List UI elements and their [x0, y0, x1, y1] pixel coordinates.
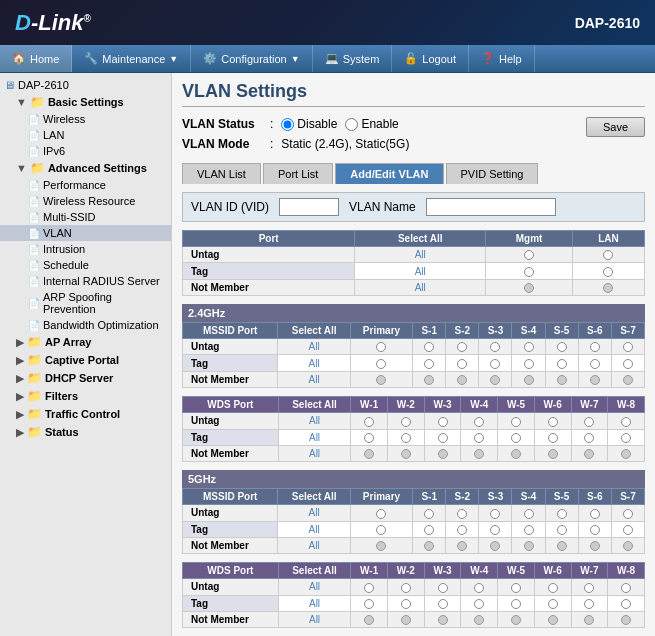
radio-circle[interactable]: [584, 583, 594, 593]
radio-circle[interactable]: [621, 583, 631, 593]
all-link[interactable]: All: [415, 249, 426, 260]
sidebar-filters[interactable]: ▶ 📁 Filters: [0, 387, 171, 405]
all-link[interactable]: All: [309, 432, 320, 443]
radio-circle[interactable]: [623, 359, 633, 369]
radio-circle[interactable]: [438, 433, 448, 443]
radio-circle[interactable]: [590, 509, 600, 519]
all-link[interactable]: All: [309, 374, 320, 385]
radio-circle[interactable]: [524, 509, 534, 519]
sidebar-performance[interactable]: 📄 Performance: [0, 177, 171, 193]
radio-circle[interactable]: [490, 342, 500, 352]
radio-circle[interactable]: [590, 359, 600, 369]
all-link[interactable]: All: [309, 581, 320, 592]
radio-circle[interactable]: [621, 417, 631, 427]
nav-maintenance[interactable]: 🔧 Maintenance ▼: [72, 45, 191, 72]
all-link[interactable]: All: [309, 598, 320, 609]
radio-circle[interactable]: [457, 342, 467, 352]
radio-circle[interactable]: [623, 509, 633, 519]
nav-configuration[interactable]: ⚙️ Configuration ▼: [191, 45, 312, 72]
sidebar-wireless[interactable]: 📄 Wireless: [0, 111, 171, 127]
radio-circle[interactable]: [376, 525, 386, 535]
radio-circle[interactable]: [364, 583, 374, 593]
all-link[interactable]: All: [309, 614, 320, 625]
radio-circle[interactable]: [401, 433, 411, 443]
radio-circle[interactable]: [590, 342, 600, 352]
radio-circle[interactable]: [376, 509, 386, 519]
radio-circle[interactable]: [457, 359, 467, 369]
sidebar-status[interactable]: ▶ 📁 Status: [0, 423, 171, 441]
all-link[interactable]: All: [309, 507, 320, 518]
radio-circle[interactable]: [401, 583, 411, 593]
radio-circle[interactable]: [457, 525, 467, 535]
radio-circle[interactable]: [401, 417, 411, 427]
sidebar-vlan[interactable]: 📄 VLAN: [0, 225, 171, 241]
radio-circle[interactable]: [424, 525, 434, 535]
save-button-top[interactable]: Save: [586, 117, 645, 137]
sidebar-bandwidth[interactable]: 📄 Bandwidth Optimization: [0, 317, 171, 333]
radio-circle[interactable]: [511, 433, 521, 443]
enable-radio-label[interactable]: Enable: [345, 117, 398, 131]
sidebar-basic-settings[interactable]: ▼ 📁 Basic Settings: [0, 93, 171, 111]
radio-circle[interactable]: [524, 250, 534, 260]
sidebar-schedule[interactable]: 📄 Schedule: [0, 257, 171, 273]
radio-circle[interactable]: [490, 359, 500, 369]
radio-circle[interactable]: [584, 599, 594, 609]
all-link[interactable]: All: [415, 266, 426, 277]
sidebar-multi-ssid[interactable]: 📄 Multi-SSID: [0, 209, 171, 225]
all-link[interactable]: All: [415, 282, 426, 293]
radio-circle[interactable]: [376, 342, 386, 352]
radio-circle[interactable]: [474, 433, 484, 443]
radio-circle[interactable]: [457, 509, 467, 519]
radio-circle[interactable]: [603, 250, 613, 260]
radio-circle[interactable]: [524, 342, 534, 352]
all-link[interactable]: All: [309, 524, 320, 535]
radio-circle[interactable]: [557, 525, 567, 535]
sidebar-advanced-settings[interactable]: ▼ 📁 Advanced Settings: [0, 159, 171, 177]
sidebar-dhcp-server[interactable]: ▶ 📁 DHCP Server: [0, 369, 171, 387]
radio-circle[interactable]: [557, 359, 567, 369]
radio-circle[interactable]: [438, 583, 448, 593]
radio-circle[interactable]: [490, 509, 500, 519]
sidebar-wireless-resource[interactable]: 📄 Wireless Resource: [0, 193, 171, 209]
radio-circle[interactable]: [490, 525, 500, 535]
radio-circle[interactable]: [584, 417, 594, 427]
radio-circle[interactable]: [474, 583, 484, 593]
all-link[interactable]: All: [309, 358, 320, 369]
disable-radio[interactable]: [281, 118, 294, 131]
radio-circle[interactable]: [524, 359, 534, 369]
radio-circle[interactable]: [424, 359, 434, 369]
radio-circle[interactable]: [621, 599, 631, 609]
tab-pvid-setting[interactable]: PVID Setting: [446, 163, 539, 184]
radio-circle[interactable]: [621, 433, 631, 443]
all-link[interactable]: All: [309, 415, 320, 426]
radio-circle[interactable]: [548, 433, 558, 443]
radio-circle[interactable]: [424, 509, 434, 519]
radio-circle[interactable]: [590, 525, 600, 535]
radio-circle[interactable]: [511, 599, 521, 609]
sidebar-internal-radius[interactable]: 📄 Internal RADIUS Server: [0, 273, 171, 289]
radio-circle[interactable]: [548, 599, 558, 609]
radio-circle[interactable]: [401, 599, 411, 609]
radio-circle[interactable]: [376, 359, 386, 369]
enable-radio[interactable]: [345, 118, 358, 131]
radio-circle[interactable]: [584, 433, 594, 443]
radio-circle[interactable]: [557, 342, 567, 352]
radio-circle[interactable]: [524, 267, 534, 277]
sidebar-ap-array[interactable]: ▶ 📁 AP Array: [0, 333, 171, 351]
radio-circle[interactable]: [603, 267, 613, 277]
sidebar-captive-portal[interactable]: ▶ 📁 Captive Portal: [0, 351, 171, 369]
radio-circle[interactable]: [511, 583, 521, 593]
disable-radio-label[interactable]: Disable: [281, 117, 337, 131]
radio-circle[interactable]: [548, 417, 558, 427]
radio-circle[interactable]: [548, 583, 558, 593]
radio-circle[interactable]: [623, 342, 633, 352]
radio-circle[interactable]: [511, 417, 521, 427]
nav-help[interactable]: ❓ Help: [469, 45, 535, 72]
nav-home[interactable]: 🏠 Home: [0, 45, 72, 72]
radio-circle[interactable]: [557, 509, 567, 519]
nav-logout[interactable]: 🔓 Logout: [392, 45, 469, 72]
all-link[interactable]: All: [309, 540, 320, 551]
vlan-id-input[interactable]: [279, 198, 339, 216]
radio-circle[interactable]: [474, 417, 484, 427]
sidebar-arp-spoofing[interactable]: 📄 ARP Spoofing Prevention: [0, 289, 171, 317]
